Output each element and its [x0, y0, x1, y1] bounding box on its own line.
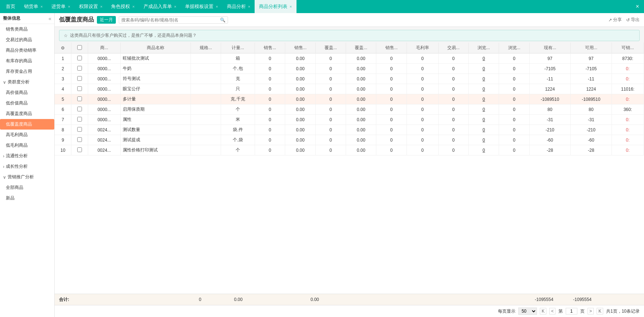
- row-checkbox[interactable]: [71, 115, 88, 125]
- sidebar-item-low-margin[interactable]: 低毛利商品: [0, 140, 54, 151]
- sidebar-section-marketing[interactable]: ∨ 营销推广分析: [0, 172, 54, 182]
- current-page-input[interactable]: [566, 308, 577, 314]
- sidebar-item-all-goods[interactable]: 全部商品: [0, 182, 54, 193]
- close-icon[interactable]: ×: [40, 4, 43, 9]
- row-name: 牛奶: [120, 64, 191, 74]
- nav-tab-home[interactable]: 首页: [1, 0, 20, 13]
- row-checkbox[interactable]: [71, 74, 88, 84]
- next-page-button[interactable]: >: [588, 308, 594, 314]
- close-icon[interactable]: ×: [132, 4, 134, 9]
- search-input[interactable]: [121, 17, 220, 23]
- row-checkbox[interactable]: [71, 145, 88, 155]
- row-select-checkbox[interactable]: [77, 96, 82, 101]
- row-transaction: 0: [438, 125, 468, 135]
- sidebar-item-high-margin[interactable]: 高毛利商品: [0, 130, 54, 140]
- row-code: 0000...: [88, 84, 120, 94]
- nav-tab-sales[interactable]: 销货单 ×: [20, 0, 47, 13]
- sidebar-item-category-rate[interactable]: 商品分类动销率: [0, 45, 54, 56]
- row-checkbox[interactable]: [71, 94, 88, 104]
- sidebar-item-low-coverage[interactable]: 低覆盖度商品: [0, 119, 54, 130]
- row-checkbox[interactable]: [71, 84, 88, 94]
- sidebar-section-growth[interactable]: › 成长性分析: [0, 161, 54, 172]
- row-transaction: 0: [438, 74, 468, 84]
- close-icon[interactable]: ×: [216, 4, 218, 9]
- row-select-checkbox[interactable]: [77, 107, 82, 111]
- row-checkbox[interactable]: [71, 54, 88, 64]
- per-page-select[interactable]: 50 20 100: [518, 308, 537, 315]
- table-row: 6 0000... 启用保质期 个 0 0.00 0 0.00 0 0 0 0 …: [55, 104, 644, 115]
- browse1-link[interactable]: 0: [469, 145, 499, 155]
- footer-browse2: [487, 296, 525, 303]
- row-checkbox[interactable]: [71, 135, 88, 145]
- sidebar-item-high-coverage[interactable]: 高覆盖度商品: [0, 108, 54, 119]
- browse1-link[interactable]: 0: [469, 74, 499, 84]
- row-select-checkbox[interactable]: [77, 147, 82, 152]
- row-checkbox[interactable]: [71, 125, 88, 135]
- sidebar-section-circulation[interactable]: › 流通性分析: [0, 151, 54, 161]
- browse1-link[interactable]: 0: [469, 94, 499, 104]
- sidebar-item-new-goods[interactable]: 新品: [0, 193, 54, 203]
- row-select-checkbox[interactable]: [77, 117, 82, 122]
- nav-tab-finished-goods[interactable]: 产成品入库单 ×: [139, 0, 181, 13]
- sidebar-collapse-button[interactable]: «: [48, 16, 51, 21]
- sidebar-item-sales-goods[interactable]: 销售类商品: [0, 24, 54, 35]
- browse1-link[interactable]: 0: [469, 135, 499, 145]
- row-checkbox[interactable]: [71, 64, 88, 74]
- row-select-checkbox[interactable]: [77, 137, 82, 142]
- col-settings[interactable]: ⚙: [55, 43, 71, 54]
- row-sales-amount: 0.00: [285, 125, 315, 135]
- sidebar-item-stock-capital[interactable]: 库存资金占用: [0, 66, 54, 77]
- browse1-link[interactable]: 0: [469, 125, 499, 135]
- first-page-button[interactable]: K: [540, 308, 546, 314]
- sidebar-item-in-stock[interactable]: 有库存的商品: [0, 56, 54, 66]
- row-select-checkbox[interactable]: [77, 56, 82, 60]
- sidebar-item-traded-goods[interactable]: 交易过的商品: [0, 35, 54, 45]
- export-icon: ↺: [626, 17, 630, 23]
- time-filter-button[interactable]: 近一月: [97, 16, 116, 24]
- nav-tab-permissions[interactable]: 权限设置 ×: [75, 0, 107, 13]
- close-icon[interactable]: ×: [174, 4, 176, 9]
- row-select-checkbox[interactable]: [77, 86, 82, 91]
- nav-tab-role[interactable]: 角色授权 ×: [107, 0, 139, 13]
- col-checkbox[interactable]: [71, 43, 88, 54]
- close-icon[interactable]: ×: [290, 4, 292, 9]
- nav-tab-purchase[interactable]: 进货单 ×: [47, 0, 74, 13]
- footer-sales-amount: 0.00: [219, 296, 258, 303]
- last-page-button[interactable]: K: [597, 308, 603, 314]
- search-icon[interactable]: 🔍: [220, 17, 225, 23]
- row-sales-qty: 0: [255, 74, 285, 84]
- nav-tab-template[interactable]: 单据模板设置 ×: [181, 0, 222, 13]
- row-sales-qty: 0: [255, 64, 285, 74]
- nav-tab-goods-analysis[interactable]: 商品分析 ×: [223, 0, 255, 13]
- row-select-checkbox[interactable]: [77, 127, 82, 132]
- close-icon[interactable]: ×: [100, 4, 102, 9]
- row-sales-amount: 0.00: [285, 145, 315, 155]
- browse1-link[interactable]: 0: [469, 104, 499, 115]
- close-icon[interactable]: ×: [248, 4, 250, 9]
- table-row: 4 0000... 眼宝公仔 只 0 0.00 0 0.00 0 0 0 0 0…: [55, 84, 644, 94]
- row-spec: [191, 135, 221, 145]
- window-close-button[interactable]: ×: [632, 1, 643, 12]
- share-button[interactable]: ↗ 分享: [608, 17, 622, 23]
- row-select-checkbox[interactable]: [77, 76, 82, 81]
- browse1-link[interactable]: 0: [469, 84, 499, 94]
- row-select-checkbox[interactable]: [77, 66, 82, 71]
- row-sales-qty: 0: [255, 125, 285, 135]
- row-checkbox[interactable]: [71, 104, 88, 115]
- select-all-checkbox[interactable]: [77, 45, 82, 50]
- sidebar-item-high-value[interactable]: 高价值商品: [0, 87, 54, 98]
- row-sellable: 0:: [612, 125, 644, 135]
- nav-tab-goods-analysis-list[interactable]: 商品分析列表 ×: [255, 0, 296, 13]
- sidebar-item-low-value[interactable]: 低价值商品: [0, 98, 54, 108]
- close-icon[interactable]: ×: [68, 4, 70, 9]
- export-button[interactable]: ↺ 导出: [626, 17, 640, 23]
- browse1-link[interactable]: 0: [469, 115, 499, 125]
- sidebar-section-cluster[interactable]: ∨ 类群度分析: [0, 77, 54, 87]
- footer-sales-qty: 0: [181, 296, 219, 303]
- browse1-link[interactable]: 0: [469, 54, 499, 64]
- prev-page-button[interactable]: <: [549, 308, 555, 314]
- row-coverage2: 0.00: [346, 115, 376, 125]
- browse1-link[interactable]: 0: [469, 64, 499, 74]
- table-row: 5 0000... 多计量 克,千克 0 0.00 0 0.00 0 0 0 0…: [55, 94, 644, 104]
- row-browse2: 0: [499, 104, 529, 115]
